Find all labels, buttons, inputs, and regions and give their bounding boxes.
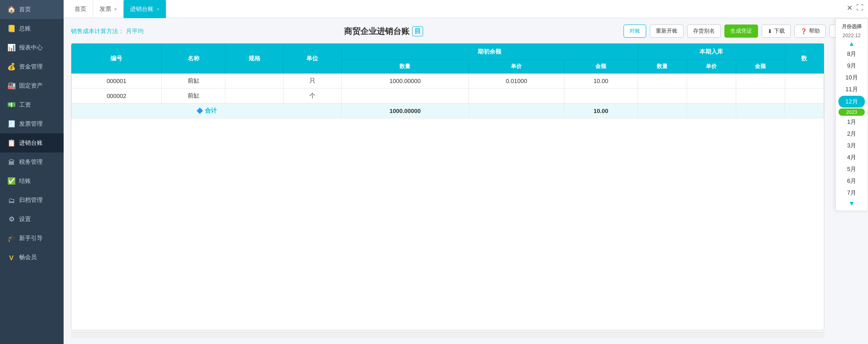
month-prev-button[interactable]: ▲ xyxy=(848,39,855,48)
settings-icon: ⚙ xyxy=(7,215,15,223)
col-group-opening: 期初余额 xyxy=(341,44,638,60)
cell-extra xyxy=(785,74,823,88)
sidebar-item-label: 资金管理 xyxy=(19,63,43,71)
window-controls: ✕ ⛶ xyxy=(847,4,863,12)
cell-opening-price xyxy=(469,88,564,103)
home-icon: 🏠 xyxy=(7,5,15,14)
month-item-7[interactable]: 7月 xyxy=(836,187,868,199)
sidebar-item-vip[interactable]: V 畅会员 xyxy=(0,248,64,267)
year-2023-badge: 2023 xyxy=(838,108,865,116)
sidebar-item-label: 结账 xyxy=(19,177,31,185)
total-in-qty xyxy=(638,103,687,118)
tab-bar: 首页 发票 × 进销台账 × xyxy=(64,0,868,18)
sidebar-item-salary[interactable]: 💵 工资 xyxy=(0,95,64,114)
save-alias-button[interactable]: 存货别名 xyxy=(687,25,721,38)
sidebar-item-home[interactable]: 🏠 首页 xyxy=(0,0,64,19)
sidebar-item-settings[interactable]: ⚙ 设置 xyxy=(0,210,64,229)
sidebar-item-label: 新手引导 xyxy=(19,234,43,242)
close-button[interactable]: ✕ xyxy=(847,4,853,12)
total-opening-amount: 10.00 xyxy=(564,103,638,118)
horizontal-scrollbar[interactable] xyxy=(71,332,824,338)
sidebar-item-purchase-sale[interactable]: 📋 进销台账 xyxy=(0,133,64,152)
cell-spec xyxy=(225,74,284,88)
cell-spec xyxy=(225,88,284,103)
tab-invoice-label: 发票 xyxy=(100,5,111,13)
cell-name: 前缸 xyxy=(161,74,225,88)
cell-code: 000001 xyxy=(72,74,162,88)
col-in-price: 单价 xyxy=(687,60,736,74)
cell-in-amount xyxy=(736,74,785,88)
total-in-price xyxy=(687,103,736,118)
sidebar-item-label: 首页 xyxy=(19,5,31,14)
table-row[interactable]: 000002 前缸 个 xyxy=(72,88,824,103)
month-item-10[interactable]: 10月 xyxy=(836,72,868,84)
month-item-12[interactable]: 12月 xyxy=(838,96,865,108)
sidebar-item-invoice-mgmt[interactable]: 🧾 发票管理 xyxy=(0,114,64,133)
help-icon: ❓ xyxy=(800,28,807,34)
cell-opening-amount xyxy=(564,88,638,103)
sidebar-item-archive[interactable]: 🗂 归档管理 xyxy=(0,191,64,210)
data-table-wrapper[interactable]: 编号 名称 规格 单位 期初余额 本期入库 数 数量 单价 金额 数量 单价 xyxy=(71,43,824,330)
download-button[interactable]: ⬇ 下载 xyxy=(762,25,791,38)
cell-in-price xyxy=(687,88,736,103)
sidebar-item-report[interactable]: 📊 报表中心 xyxy=(0,38,64,57)
sidebar-item-fund[interactable]: 💰 资金管理 xyxy=(0,57,64,76)
sidebar-item-label: 税务管理 xyxy=(19,158,43,166)
maximize-button[interactable]: ⛶ xyxy=(856,4,863,12)
page-title: 商贸企业进销台账 目 xyxy=(344,26,423,37)
sidebar: 🏠 首页 📒 总账 📊 报表中心 💰 资金管理 🏭 固定资产 💵 工资 🧾 发票… xyxy=(0,0,64,344)
col-code: 编号 xyxy=(72,44,162,74)
col-unit: 单位 xyxy=(284,44,342,74)
data-table: 编号 名称 规格 单位 期初余额 本期入库 数 数量 单价 金额 数量 单价 xyxy=(71,44,824,118)
help-button[interactable]: ❓ 帮助 xyxy=(794,25,826,38)
fund-icon: 💰 xyxy=(7,63,15,71)
content-area: 销售成本计算方法： 月平均 商贸企业进销台账 目 对账 重新开账 存货别名 生成… xyxy=(64,18,868,344)
cell-code: 000002 xyxy=(72,88,162,103)
month-item-6[interactable]: 6月 xyxy=(836,175,868,187)
tab-home[interactable]: 首页 xyxy=(68,0,93,18)
month-item-11[interactable]: 11月 xyxy=(836,84,868,95)
sidebar-item-label: 固定资产 xyxy=(19,82,43,90)
cell-in-qty xyxy=(638,88,687,103)
generate-voucher-button[interactable]: 生成凭证 xyxy=(724,25,758,38)
tab-purchase-sale[interactable]: 进销台账 × xyxy=(124,0,166,18)
tax-icon: 🏛 xyxy=(7,158,15,166)
month-item-8[interactable]: 8月 xyxy=(836,48,868,60)
month-item-9[interactable]: 9月 xyxy=(836,60,868,72)
tab-invoice[interactable]: 发票 × xyxy=(93,0,124,18)
table-row[interactable]: 000001 前缸 只 1000.00000 0.01000 10.00 xyxy=(72,74,824,88)
tab-purchase-sale-label: 进销台账 xyxy=(130,5,154,13)
tab-invoice-close[interactable]: × xyxy=(114,6,117,12)
col-name: 名称 xyxy=(161,44,225,74)
month-item-2[interactable]: 2月 xyxy=(836,128,868,140)
purchase-sale-icon: 📋 xyxy=(7,139,15,147)
total-extra xyxy=(785,103,823,118)
total-row: 🔷 合计 1000.00000 10.00 xyxy=(72,103,824,118)
tab-purchase-sale-close[interactable]: × xyxy=(156,6,159,12)
sidebar-item-label: 进销台账 xyxy=(19,139,43,147)
month-item-4[interactable]: 4月 xyxy=(836,152,868,163)
cell-in-qty xyxy=(638,74,687,88)
total-icon: 🔷 xyxy=(196,108,203,114)
sidebar-item-checkout[interactable]: ✅ 结账 xyxy=(0,172,64,191)
cost-method: 销售成本计算方法： 月平均 xyxy=(71,27,144,35)
cell-extra xyxy=(785,88,823,103)
vip-icon: V xyxy=(7,254,15,261)
month-next-button[interactable]: ▼ xyxy=(848,199,855,208)
month-item-3[interactable]: 3月 xyxy=(836,140,868,152)
checkout-icon: ✅ xyxy=(7,177,15,185)
cell-in-amount xyxy=(736,88,785,103)
cell-opening-price: 0.01000 xyxy=(469,74,564,88)
sidebar-item-asset[interactable]: 🏭 固定资产 xyxy=(0,76,64,95)
sidebar-item-ledger[interactable]: 📒 总账 xyxy=(0,19,64,38)
month-item-1[interactable]: 1月 xyxy=(836,116,868,128)
total-in-amount xyxy=(736,103,785,118)
reopen-button[interactable]: 重新开账 xyxy=(650,25,683,38)
month-item-5[interactable]: 5月 xyxy=(836,163,868,175)
sidebar-item-tax[interactable]: 🏛 税务管理 xyxy=(0,152,64,172)
month-panel: 月份选择 2022.12 ▲ 8月 9月 10月 11月 12月 2023 1月… xyxy=(835,18,868,211)
page-title-text: 商贸企业进销台账 xyxy=(344,26,409,37)
cell-opening-qty xyxy=(341,88,469,103)
reconcile-button[interactable]: 对账 xyxy=(624,25,646,38)
sidebar-item-guide[interactable]: 🎓 新手引导 xyxy=(0,229,64,248)
